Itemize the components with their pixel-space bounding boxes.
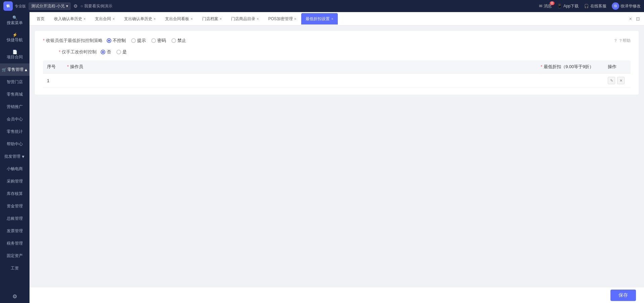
tab-income-history-close[interactable]: × (84, 17, 86, 21)
sidebar-item-online-store[interactable]: 零售商城 (0, 88, 30, 101)
sidebar-item-wholesale-label: 批发管理 (4, 154, 20, 159)
sidebar-item-retail[interactable]: 🛒 零售管理 ▲ (0, 63, 30, 76)
sidebar-item-ledger-label: 总账管理 (7, 216, 23, 221)
col-header-action: 操作 (604, 60, 631, 73)
project-name: 测试分开流程-小兄 (31, 3, 65, 9)
radio-no[interactable] (101, 50, 105, 54)
tab-payment-confirm-history-close[interactable]: × (154, 17, 156, 21)
tab-payment-confirm-history-label: 支出确认单历史 (124, 16, 152, 22)
tab-store-products-close[interactable]: × (257, 17, 259, 21)
sidebar-item-search-label: 搜索菜单 (7, 20, 23, 25)
sidebar-item-member-label: 会员中心 (7, 117, 23, 121)
message-button[interactable]: ✉ 消息 8 (539, 3, 552, 9)
col-header-operator: * 操作员 (63, 60, 537, 73)
radio-forbid[interactable] (171, 38, 176, 43)
cell-action: ✎ ✕ (604, 73, 631, 88)
demo-link[interactable]: ○ 我要看实例演示 (80, 3, 112, 9)
delete-icon: ✕ (620, 79, 623, 83)
sidebar-item-stats[interactable]: 零售统计 (0, 125, 30, 138)
option-yes[interactable]: 是 (116, 49, 127, 55)
delete-button[interactable]: ✕ (617, 77, 625, 84)
option-no[interactable]: 否 (101, 49, 111, 55)
tab-min-discount[interactable]: 最低折扣设置 × (301, 13, 337, 24)
sidebar-item-online-store-label: 零售商城 (7, 92, 23, 97)
tab-store-products[interactable]: 门店商品目录 × (227, 13, 263, 24)
tab-min-discount-label: 最低折扣设置 (306, 16, 330, 22)
radio-remind[interactable] (131, 38, 136, 43)
tab-store-file-close[interactable]: × (220, 17, 222, 21)
discount-required-star: * (541, 64, 542, 69)
tab-payment-board[interactable]: 支出合同看板 × (161, 13, 197, 24)
sidebar-item-finance-label: 资金管理 (7, 204, 23, 208)
sidebar-item-ecommerce[interactable]: 小畅电商 (0, 163, 30, 175)
edit-button[interactable]: ✎ (608, 77, 615, 84)
sidebar-gear-icon[interactable]: ⚙ (12, 294, 17, 299)
sidebar-item-retail-label: 零售管理 (7, 67, 23, 72)
radio-no-control[interactable] (107, 38, 111, 43)
table-header-row: 序号 * 操作员 * 最低折扣（9.00等于9折） 操作 (43, 60, 631, 73)
sidebar-item-ledger[interactable]: 总账管理 (0, 212, 30, 225)
sidebar-item-marketing-label: 营销推广 (7, 104, 23, 109)
user-profile-button[interactable]: 徐 徐泽华修改 (612, 2, 641, 10)
tab-payment-confirm-history[interactable]: 支出确认单历史 × (120, 13, 160, 24)
tab-home[interactable]: 首页 (32, 13, 49, 24)
project-selector[interactable]: 测试分开流程-小兄 ▾ (29, 2, 71, 10)
logo-area: 畅 专业版 (3, 1, 26, 11)
help-link[interactable]: ？ ？帮助 (613, 38, 631, 44)
top-bar-right: ✉ 消息 8 📱 App下载 🎧 在线客服 徐 徐泽华修改 (539, 2, 641, 10)
sidebar-item-search[interactable]: 🔍 搜索菜单 (0, 12, 30, 29)
app-download-button[interactable]: 📱 App下载 (557, 3, 579, 9)
top-bar-left: 畅 专业版 测试分开流程-小兄 ▾ ⚙ ○ 我要看实例演示 (3, 1, 112, 11)
sidebar-item-contract[interactable]: 📄 项目合同 (0, 46, 30, 63)
sidebar-item-finance[interactable]: 资金管理 (0, 200, 30, 212)
tab-maximize-button[interactable]: ⊡ (635, 15, 641, 22)
radio-yes[interactable] (116, 50, 121, 54)
option-remind[interactable]: 提示 (131, 38, 146, 44)
sidebar-item-inventory[interactable]: 库存核算 (0, 188, 30, 200)
sidebar-item-marketing[interactable]: 营销推广 (0, 101, 30, 113)
sidebar-item-shortcut-label: 快捷导航 (7, 38, 23, 42)
option-no-control[interactable]: 不控制 (107, 38, 126, 44)
tab-income-history[interactable]: 收入确认单历史 × (50, 13, 90, 24)
sidebar-item-salary-label: 工资 (11, 266, 19, 270)
option-forbid[interactable]: 禁止 (171, 38, 186, 44)
sidebar-item-wholesale[interactable]: 批发管理 ▼ (0, 150, 30, 163)
tab-pos-password-close[interactable]: × (294, 17, 296, 21)
settings-button[interactable]: ⚙ (73, 3, 78, 9)
sidebar-item-shortcut[interactable]: ⚡ 快捷导航 (0, 29, 30, 46)
option-password[interactable]: 密码 (151, 38, 166, 44)
manual-control-options: 否 是 (101, 49, 127, 55)
tab-home-label: 首页 (37, 16, 45, 22)
tab-close-all-button[interactable]: × (628, 15, 633, 22)
tab-store-file[interactable]: 门店档案 × (198, 13, 226, 24)
tab-store-file-label: 门店档案 (202, 16, 218, 22)
edit-icon: ✎ (610, 79, 613, 83)
sidebar-item-ecommerce-label: 小畅电商 (7, 166, 23, 171)
sidebar-item-salary[interactable]: 工资 (0, 262, 30, 274)
tab-min-discount-close[interactable]: × (331, 17, 333, 21)
circle-icon: ○ (80, 4, 83, 8)
logo-icon: 畅 (3, 1, 13, 11)
service-label: 在线客服 (590, 3, 606, 9)
sidebar-item-invoice[interactable]: 发票管理 (0, 225, 30, 237)
tab-payment-contract[interactable]: 支出合同 × (91, 13, 119, 24)
tab-payment-board-label: 支出合同看板 (165, 16, 189, 22)
sidebar-item-member[interactable]: 会员中心 (0, 113, 30, 125)
sidebar-item-tax-label: 税务管理 (7, 241, 23, 246)
expand-icon: ▼ (21, 154, 25, 159)
control-strategy-row: * 收银员低于最低折扣控制策略 不控制 提示 (43, 38, 631, 44)
save-button[interactable]: 保存 (610, 290, 636, 301)
sidebar-item-help[interactable]: 帮助中心 (0, 138, 30, 150)
tab-pos-password[interactable]: POS加密管理 × (264, 13, 301, 24)
sidebar-bottom: ⚙ (0, 290, 30, 303)
sidebar-item-smart-store[interactable]: 智营门店 (0, 76, 30, 88)
sidebar-item-assets[interactable]: 固定资产 (0, 250, 30, 262)
logo-text: 专业版 (15, 4, 26, 9)
sidebar-item-tax[interactable]: 税务管理 (0, 237, 30, 250)
tab-payment-contract-close[interactable]: × (112, 17, 114, 21)
discount-table: 序号 * 操作员 * 最低折扣（9.00等于9折） 操作 (43, 60, 631, 88)
customer-service-button[interactable]: 🎧 在线客服 (584, 3, 606, 9)
tab-payment-board-close[interactable]: × (191, 17, 193, 21)
sidebar-item-purchase[interactable]: 采购管理 (0, 175, 30, 188)
radio-password[interactable] (151, 38, 156, 43)
